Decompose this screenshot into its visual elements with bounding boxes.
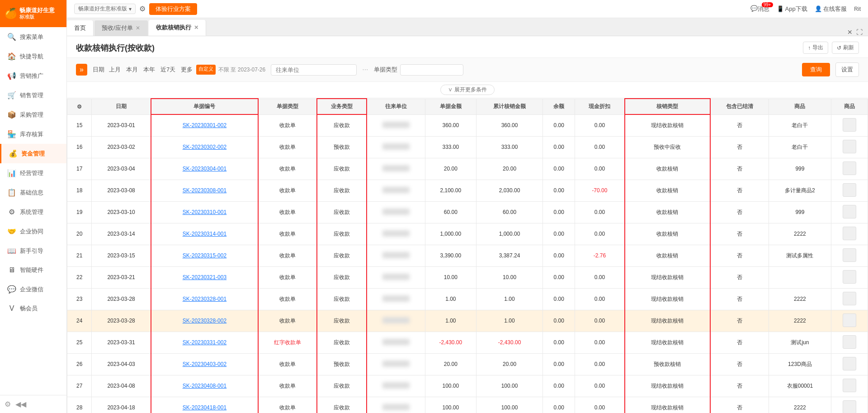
cell-doc-no[interactable]: SK-20230403-002 (151, 353, 258, 375)
sidebar-item-hardware[interactable]: 🖥 智能硬件 (0, 261, 66, 280)
cell-doc-no[interactable]: SK-20230310-001 (151, 201, 258, 223)
expand-more-button[interactable]: ∨ 展开更多条件 (440, 85, 494, 95)
close-receivable-tab-icon[interactable]: ✕ (194, 24, 198, 31)
sidebar-item-member[interactable]: V 畅会员 (0, 299, 66, 318)
user-area[interactable]: Rit (854, 6, 861, 12)
cell-doc-no[interactable]: SK-20230328-002 (151, 310, 258, 332)
cell-doc-no[interactable]: SK-20230315-002 (151, 245, 258, 266)
sidebar-item-wechat[interactable]: 💬 企业微信 (0, 280, 66, 299)
doc-no-link[interactable]: SK-20230403-002 (183, 361, 226, 367)
sidebar-item-sales[interactable]: 🛒 销售管理 (0, 85, 66, 105)
th-partner[interactable]: 往来单位 (367, 99, 425, 114)
blurred-partner (382, 252, 410, 258)
th-goods-img[interactable]: 商品 (831, 99, 868, 114)
settings-filter-button[interactable]: 设置 (835, 62, 859, 77)
date-more[interactable]: 更多 (179, 65, 194, 75)
sidebar-item-guide[interactable]: 📖 新手引导 (0, 241, 66, 261)
cell-goods-img (831, 375, 868, 397)
th-amount[interactable]: 单据金额 (425, 99, 476, 114)
cell-balance: 0.00 (543, 353, 575, 375)
doc-no-link[interactable]: SK-20230328-001 (183, 296, 226, 302)
doc-no-link[interactable]: SK-20230304-001 (183, 166, 226, 172)
doc-no-link[interactable]: SK-20230302-002 (183, 144, 226, 150)
goods-image (843, 248, 856, 262)
cell-doc-no[interactable]: SK-20230304-001 (151, 158, 258, 180)
doc-no-link[interactable]: SK-20230310-001 (183, 209, 226, 215)
doc-no-link[interactable]: SK-20230328-002 (183, 318, 226, 324)
cell-doc-no[interactable]: SK-20230328-001 (151, 288, 258, 310)
topbar-right: 💬 消息 99+ 📱 App下载 👤 在线客服 Rit (750, 5, 861, 13)
blurred-partner (382, 274, 410, 280)
sidebar-item-search[interactable]: 🔍 搜索菜单 (0, 27, 66, 47)
doc-type-select[interactable] (400, 64, 463, 76)
th-include-settled[interactable]: 包含已结清 (710, 99, 769, 114)
gear-column-icon: ⚙ (77, 104, 82, 110)
cell-doc-no[interactable]: SK-20230301-002 (151, 114, 258, 136)
table-container[interactable]: ⚙ 日期 单据编号 单据类型 业务类型 往来单位 单据金额 累计核销金额 余额 … (67, 98, 868, 413)
query-button[interactable]: 查询 (802, 63, 830, 76)
cell-doc-no[interactable]: SK-20230331-002 (151, 332, 258, 353)
date-custom[interactable]: 自定义 (196, 65, 216, 75)
collapse-icon[interactable]: ◀◀ (15, 400, 26, 408)
cell-doc-no[interactable]: SK-20230418-001 (151, 397, 258, 413)
sidebar-item-marketing[interactable]: 📢 营销推广 (0, 66, 66, 85)
goods-image (843, 140, 856, 153)
th-verify-type[interactable]: 核销类型 (625, 99, 711, 114)
sidebar-item-enterprise[interactable]: 🤝 企业协同 (0, 222, 66, 241)
sidebar-item-purchase[interactable]: 📦 采购管理 (0, 105, 66, 124)
sidebar-item-finance[interactable]: 💰 资金管理 (0, 144, 66, 163)
doc-no-link[interactable]: SK-20230315-002 (183, 252, 226, 259)
export-button[interactable]: ↑ 导出 (803, 42, 828, 54)
table-row: 252023-03-31SK-20230331-002红字收款单应收款-2,43… (67, 332, 868, 353)
company-dropdown[interactable]: 畅康道好生意标准版 ▾ (74, 4, 136, 14)
cell-doc-no[interactable]: SK-20230314-001 (151, 223, 258, 245)
th-doc-type[interactable]: 单据类型 (258, 99, 317, 114)
tab-receivable[interactable]: 收款核销执行 ✕ (149, 20, 206, 36)
message-badge[interactable]: 💬 消息 99+ (750, 5, 769, 13)
refresh-button[interactable]: ↺ 刷新 (832, 42, 859, 54)
goods-image (843, 183, 856, 197)
doc-no-link[interactable]: SK-20230314-001 (183, 231, 226, 237)
close-window-icon[interactable]: ✕ (847, 28, 853, 36)
topbar-gear-icon[interactable]: ⚙ (139, 5, 146, 13)
sidebar-item-quicknav[interactable]: 🏠 快捷导航 (0, 47, 66, 66)
cell-doc-type: 收款单 (258, 158, 317, 180)
close-payable-tab-icon[interactable]: ✕ (136, 25, 140, 31)
th-balance[interactable]: 余额 (543, 99, 575, 114)
cell-doc-no[interactable]: SK-20230321-003 (151, 266, 258, 288)
marketing-icon: 📢 (7, 71, 16, 80)
th-cash-discount[interactable]: 现金折扣 (575, 99, 625, 114)
sidebar-item-inventory[interactable]: 🏪 库存核算 (0, 124, 66, 144)
cell-doc-no[interactable]: SK-20230408-001 (151, 375, 258, 397)
online-service-link[interactable]: 👤 在线客服 (815, 5, 847, 13)
th-doc-no[interactable]: 单据编号 (151, 99, 258, 114)
doc-no-link[interactable]: SK-20230308-001 (183, 187, 226, 194)
industry-solution-button[interactable]: 体验行业方案 (149, 3, 197, 15)
doc-no-link[interactable]: SK-20230331-002 (183, 339, 226, 346)
doc-no-link[interactable]: SK-20230418-001 (183, 404, 226, 411)
th-date[interactable]: 日期 (92, 99, 151, 114)
doc-no-link[interactable]: SK-20230301-002 (183, 122, 226, 128)
th-verified-amount[interactable]: 累计核销金额 (476, 99, 543, 114)
date-last-month[interactable]: 上月 (107, 65, 123, 75)
date-this-year[interactable]: 本年 (142, 65, 157, 75)
cell-doc-no[interactable]: SK-20230302-002 (151, 136, 258, 158)
date-this-month[interactable]: 本月 (124, 65, 140, 75)
sidebar-item-system[interactable]: ⚙ 系统管理 (0, 202, 66, 222)
th-goods[interactable]: 商品 (769, 99, 831, 114)
tab-payable[interactable]: 预收/应付单 ✕ (94, 20, 148, 36)
cell-doc-no[interactable]: SK-20230308-001 (151, 180, 258, 201)
th-biz-type[interactable]: 业务类型 (317, 99, 367, 114)
tab-home[interactable]: 首页 (67, 20, 94, 36)
filter-toggle-button[interactable]: » (76, 64, 87, 76)
doc-no-link[interactable]: SK-20230408-001 (183, 383, 226, 389)
doc-no-link[interactable]: SK-20230321-003 (183, 274, 226, 280)
maximize-window-icon[interactable]: ⛶ (856, 28, 863, 36)
sidebar-item-basic[interactable]: 📋 基础信息 (0, 183, 66, 202)
date-7days[interactable]: 近7天 (159, 65, 177, 75)
partner-input[interactable] (271, 64, 357, 76)
th-gear[interactable]: ⚙ (67, 99, 92, 114)
settings-icon[interactable]: ⚙ (5, 400, 11, 408)
sidebar-item-operations[interactable]: 📊 经营管理 (0, 163, 66, 183)
app-download-link[interactable]: 📱 App下载 (777, 5, 807, 13)
